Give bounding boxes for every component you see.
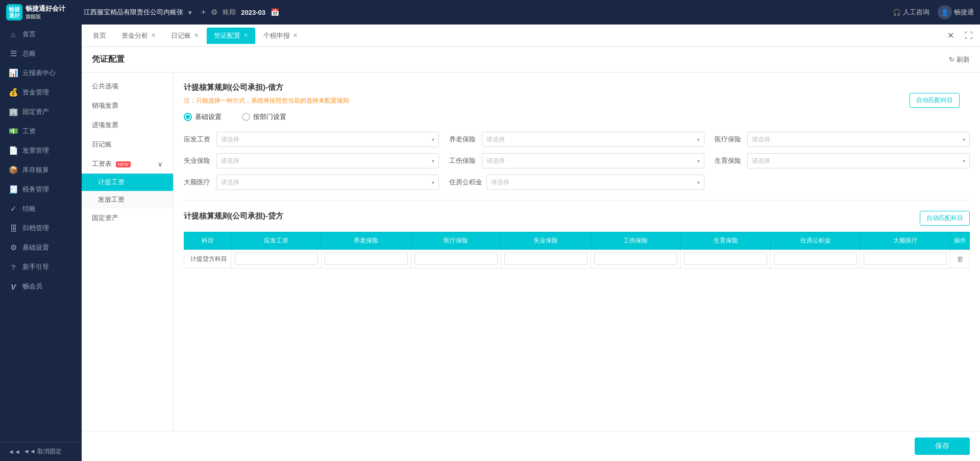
sidebar-item-settings[interactable]: ⚙ 基础设置 <box>0 238 82 257</box>
sidebar-item-salary[interactable]: 💵 工资 <box>0 122 82 141</box>
company-name: 江西服宝精品有限责任公司内账张 <box>84 8 183 17</box>
left-nav-public-options[interactable]: 公共选项 <box>82 77 173 96</box>
avatar: 👤 <box>938 5 952 19</box>
select-work-injury[interactable]: 请选择 ▾ <box>482 153 704 168</box>
sidebar-item-archive[interactable]: 🗄 归档管理 <box>0 219 82 238</box>
invoice-icon: 📄 <box>8 146 18 155</box>
delete-row-btn[interactable]: 🗑 <box>957 255 964 263</box>
close-tab-journal[interactable]: ✕ <box>194 32 199 39</box>
cell-unemployment[interactable] <box>501 250 591 269</box>
debit-section-title: 计提核算规则(公司承担)-借方 <box>184 83 970 92</box>
cell-medical[interactable] <box>411 250 501 269</box>
debit-section: 自动匹配科目 计提核算规则(公司承担)-借方 注：只能选择一种方式，系统将按照您… <box>184 83 970 190</box>
radio-basic[interactable]: 基础设置 <box>184 112 222 122</box>
radio-dept-circle <box>242 113 250 121</box>
settings-icon: ⚙ <box>8 243 18 252</box>
sidebar-item-invoice[interactable]: 📄 发票管理 <box>0 141 82 160</box>
input-gross[interactable] <box>235 253 318 265</box>
sidebar-item-funds[interactable]: 💰 资金管理 <box>0 83 82 102</box>
page-header: 凭证配置 ↻ 刷新 <box>82 47 980 72</box>
sidebar-item-vip[interactable]: V 畅会员 <box>0 277 82 296</box>
tab-home[interactable]: 首页 <box>86 28 113 44</box>
close-tab-voucher[interactable]: ✕ <box>243 32 248 39</box>
support-btn[interactable]: 🎧 人工咨询 <box>893 8 929 17</box>
input-major-medical[interactable] <box>864 253 947 265</box>
close-tab-tax[interactable]: ✕ <box>293 32 298 39</box>
radio-department[interactable]: 按部门设置 <box>242 112 286 122</box>
cell-action[interactable]: 🗑 <box>950 250 970 269</box>
select-pension[interactable]: 请选择 ▾ <box>482 132 704 147</box>
input-unemployment[interactable] <box>504 253 587 265</box>
logo-title: 畅捷通好会计 旗舰版 <box>26 4 65 20</box>
left-nav-purchase-invoice[interactable]: 进项发票 <box>82 115 173 135</box>
cell-gross[interactable] <box>231 250 321 269</box>
left-nav-payroll-accrual[interactable]: 计提工资 <box>82 174 173 191</box>
input-maternity[interactable] <box>684 253 767 265</box>
ledger-icon: ☰ <box>8 49 18 58</box>
auto-match-credit-btn[interactable]: 自动匹配科目 <box>920 211 970 226</box>
cell-pension[interactable] <box>321 250 411 269</box>
cell-maternity[interactable] <box>681 250 771 269</box>
cell-major-medical[interactable] <box>861 250 950 269</box>
auto-match-debit-btn[interactable]: 自动匹配科目 <box>910 93 960 108</box>
input-housing[interactable] <box>774 253 857 265</box>
refresh-btn[interactable]: ↻ 刷新 <box>949 55 970 64</box>
sidebar-item-home[interactable]: ⌂ 首页 <box>0 25 82 44</box>
inventory-icon: 📦 <box>8 165 18 175</box>
select-major-medical[interactable]: 请选择 ▾ <box>216 175 439 190</box>
select-arrow-gross: ▾ <box>432 137 434 142</box>
expand-btn[interactable]: ⛶ <box>962 29 976 43</box>
save-btn[interactable]: 保存 <box>915 438 970 455</box>
spacer <box>184 269 970 299</box>
input-work-injury[interactable] <box>594 253 677 265</box>
debit-form-grid: 应发工资 请选择 ▾ 养老保险 请选择 ▾ <box>184 132 970 190</box>
logo-text: 畅捷通好 <box>9 6 20 18</box>
left-nav-payroll-group: 工资表 NEW ∨ 计提工资 发放工资 <box>82 154 173 208</box>
select-arrow-maternity: ▾ <box>963 158 965 164</box>
th-action: 操作 <box>950 232 970 250</box>
sidebar-item-tax[interactable]: 🧾 税务管理 <box>0 180 82 199</box>
select-medical[interactable]: 请选择 ▾ <box>747 132 970 147</box>
input-pension[interactable] <box>325 253 408 265</box>
left-nav-fixed-assets[interactable]: 固定资产 <box>82 208 173 228</box>
tab-journal[interactable]: 日记账 ✕ <box>164 28 206 44</box>
select-gross-salary[interactable]: 请选择 ▾ <box>216 132 439 147</box>
user-btn[interactable]: 👤 畅捷通 <box>938 5 974 19</box>
company-area: 江西服宝精品有限责任公司内账张 ▾ + ⚙ 账期 2023-03 📅 <box>84 8 887 17</box>
select-arrow-unemployment: ▾ <box>432 158 434 164</box>
tab-voucher-config[interactable]: 凭证配置 ✕ <box>207 28 255 44</box>
select-maternity[interactable]: 请选择 ▾ <box>747 153 970 168</box>
tab-funds-analysis[interactable]: 资金分析 ✕ <box>114 28 163 44</box>
settings-btn[interactable]: ⚙ <box>211 8 217 17</box>
left-nav-payroll-pay[interactable]: 发放工资 <box>82 191 173 208</box>
select-unemployment[interactable]: 请选择 ▾ <box>216 153 439 168</box>
input-medical[interactable] <box>414 253 498 265</box>
sidebar-item-close[interactable]: ✓ 结账 <box>0 199 82 219</box>
left-nav-sales-invoice[interactable]: 销项发票 <box>82 96 173 115</box>
cell-housing[interactable] <box>771 250 861 269</box>
field-work-injury: 工伤保险 请选择 ▾ <box>449 153 704 168</box>
unpin-btn[interactable]: ◄◄ ◄◄ 取消固定 <box>0 442 82 461</box>
sidebar-item-inventory[interactable]: 📦 库存核算 <box>0 160 82 180</box>
sidebar: ⌂ 首页 ☰ 总账 📊 云报表中心 💰 资金管理 🏢 固定资产 💵 工资 📄 发… <box>0 25 82 461</box>
select-housing-fund[interactable]: 请选择 ▾ <box>486 175 704 190</box>
funds-icon: 💰 <box>8 88 18 97</box>
left-nav-payroll-header[interactable]: 工资表 NEW ∨ <box>82 154 173 174</box>
add-tab-btn[interactable]: + <box>201 8 206 17</box>
th-gross: 应发工资 <box>231 232 321 250</box>
close-tab-btn[interactable]: ✕ <box>943 29 958 43</box>
close-tab-funds[interactable]: ✕ <box>151 32 156 39</box>
tab-bar-actions: ✕ ⛶ <box>943 29 976 43</box>
sidebar-item-guide[interactable]: ? 新手引导 <box>0 257 82 277</box>
calendar-icon[interactable]: 📅 <box>271 8 279 16</box>
cell-work-injury[interactable] <box>591 250 680 269</box>
left-nav-journal[interactable]: 日记账 <box>82 135 173 154</box>
tab-tax-declaration[interactable]: 个税申报 ✕ <box>256 28 305 44</box>
select-arrow-major: ▾ <box>432 180 434 185</box>
table-header-row: 科目 应发工资 养老保险 医疗保险 失业保险 工伤保险 生育保险 住房公积金 大… <box>184 232 970 250</box>
field-pension: 养老保险 请选择 ▾ <box>449 132 704 147</box>
sidebar-item-reports[interactable]: 📊 云报表中心 <box>0 63 82 83</box>
sidebar-item-fixed-assets[interactable]: 🏢 固定资产 <box>0 102 82 122</box>
dropdown-arrow-company[interactable]: ▾ <box>188 9 192 16</box>
sidebar-item-general-ledger[interactable]: ☰ 总账 <box>0 44 82 63</box>
